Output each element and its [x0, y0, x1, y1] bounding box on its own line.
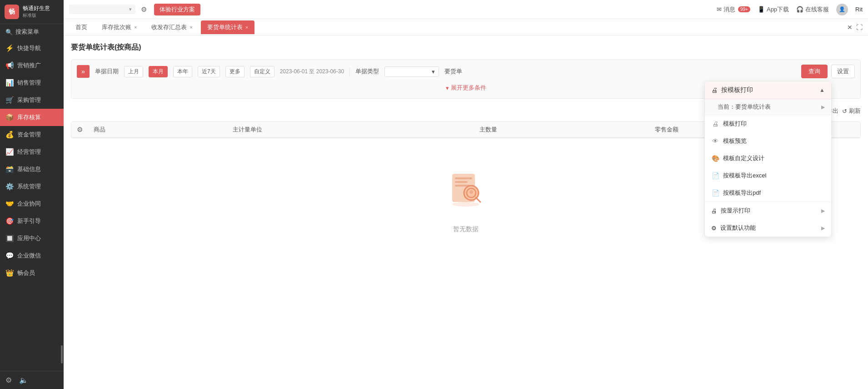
online-service-item[interactable]: 🎧 在线客服 [796, 5, 829, 14]
print-dropdown-item-template-print[interactable]: 🖨 模板打印 [705, 115, 831, 132]
tabs-right-controls: ✕ ⛶ [847, 24, 863, 31]
tab-receipt-summary-close[interactable]: × [190, 25, 192, 30]
sidebar-item-member[interactable]: 👑 畅会员 [0, 264, 64, 282]
print-dropdown-sub-display[interactable]: 🖨 按显示打印 ▶ [705, 202, 831, 219]
topbar-search-wrap[interactable]: ▾ [69, 5, 135, 14]
filter-row: » 单据日期 上月 本月 本年 近7天 更多 自定义 2023-06-01 至 … [77, 65, 855, 78]
sidebar-item-quick-nav[interactable]: ⚡ 快捷导航 [0, 40, 64, 57]
print-dropdown-item-template-design[interactable]: 🎨 模板自定义设计 [705, 150, 831, 167]
inventory-icon: 📦 [5, 113, 14, 121]
sidebar: 畅 畅通好生意 标准版 🔍 搜索菜单 ⚡ 快捷导航 📢 营销推广 📊 销售管理 … [0, 0, 64, 389]
close-window-icon[interactable]: ✕ [847, 24, 853, 31]
sidebar-item-wechat[interactable]: 💬 企业微信 [0, 247, 64, 264]
tab-batch-account-close[interactable]: × [134, 25, 137, 30]
template-excel-icon: 📄 [711, 172, 719, 179]
tab-batch-account[interactable]: 库存批次账 × [95, 20, 143, 34]
sidebar-item-system[interactable]: ⚙️ 系统管理 [0, 178, 64, 195]
topbar-gear-icon[interactable]: ⚙ [141, 5, 147, 14]
topbar-search-input[interactable] [73, 6, 127, 13]
sidebar-nav: ⚡ 快捷导航 📢 营销推广 📊 销售管理 🛒 采购管理 📦 库存核算 💰 资金管… [0, 40, 64, 344]
sidebar-item-guide[interactable]: 🎯 新手引导 [0, 212, 64, 230]
sidebar-search[interactable]: 🔍 搜索菜单 [0, 24, 64, 40]
empty-icon [443, 166, 489, 220]
date-btn-this-month[interactable]: 本月 [149, 66, 168, 77]
print-dropdown-item-template-pdf[interactable]: 📄 按模板导出pdf [705, 184, 831, 202]
page-title: 要货单统计表(按商品) [71, 43, 861, 52]
sidebar-item-finance[interactable]: 💰 资金管理 [0, 126, 64, 143]
date-btn-prev-month[interactable]: 上月 [124, 66, 143, 77]
print-dropdown-header[interactable]: 🖨 按模板打印 ▲ [705, 81, 831, 99]
tab-order-stats-close[interactable]: × [245, 25, 248, 30]
sidebar-item-sales[interactable]: 📊 销售管理 [0, 74, 64, 91]
main-area: ▾ ⚙ 体验行业方案 ✉ 消息 99+ 📱 App下载 🎧 在线客服 👤 Rit… [64, 0, 868, 389]
settings-footer-icon[interactable]: ⚙ [5, 376, 12, 384]
print-dropdown: 🖨 按模板打印 ▲ 当前：要货单统计表 ▶ 🖨 模板打印 👁 模板预览 🎨 模板… [704, 81, 832, 237]
print-dropdown-collapse-icon[interactable]: ▲ [819, 87, 825, 93]
table-settings-icon[interactable]: ⚙ [77, 126, 83, 133]
settings-button[interactable]: 设置 [831, 65, 855, 78]
expand-window-icon[interactable]: ⛶ [856, 24, 863, 31]
sidebar-item-collab[interactable]: 🤝 企业协同 [0, 195, 64, 212]
select-dropdown-icon: ▾ [432, 68, 435, 75]
app-download-icon: 📱 [758, 6, 765, 13]
purchase-icon: 🛒 [5, 96, 14, 104]
print-dropdown-current[interactable]: 当前：要货单统计表 ▶ [705, 99, 831, 115]
date-btn-7days[interactable]: 近7天 [198, 66, 220, 77]
print-dropdown-sub-default[interactable]: ⚙ 设置默认功能 ▶ [705, 219, 831, 237]
display-print-icon: 🖨 [711, 207, 717, 214]
messages-item[interactable]: ✉ 消息 99+ [717, 5, 750, 14]
type-filter-label: 单据类型 [355, 67, 379, 76]
tab-receipt-summary[interactable]: 收发存汇总表 × [145, 20, 199, 34]
apps-icon: 🔲 [5, 234, 14, 242]
date-range-display: 2023-06-01 至 2023-06-30 [280, 68, 344, 76]
content-area: 要货单统计表(按商品) » 单据日期 上月 本月 本年 近7天 更多 自定义 2… [64, 35, 868, 389]
sidebar-item-marketing[interactable]: 📢 营销推广 [0, 57, 64, 74]
tab-order-stats[interactable]: 要货单统计表 × [201, 20, 254, 34]
app-download-item[interactable]: 📱 App下载 [758, 5, 789, 14]
member-icon: 👑 [5, 269, 14, 277]
topbar: ▾ ⚙ 体验行业方案 ✉ 消息 99+ 📱 App下载 🎧 在线客服 👤 Rit [64, 0, 868, 19]
marketing-icon: 📢 [5, 61, 14, 70]
search-icon: 🔍 [5, 29, 13, 35]
date-btn-custom[interactable]: 自定义 [250, 66, 274, 77]
print-dropdown-item-template-preview[interactable]: 👁 模板预览 [705, 132, 831, 150]
cargo-filter-label: 要货单 [444, 67, 462, 76]
filter-expand-icon[interactable]: » [77, 65, 90, 78]
table-settings-th[interactable]: ⚙ [71, 122, 88, 138]
topbar-dropdown-icon[interactable]: ▾ [129, 6, 132, 12]
refresh-btn[interactable]: ↺ 刷新 [842, 107, 861, 115]
svg-rect-2 [455, 177, 472, 179]
user-name: Rit [855, 6, 863, 13]
sound-footer-icon[interactable]: 🔈 [19, 376, 28, 384]
col-qty: 主数量 [474, 122, 649, 138]
expand-more-btn[interactable]: ▾ 展开更多条件 [440, 82, 492, 94]
tab-home[interactable]: 首页 [69, 20, 94, 34]
guide-icon: 🎯 [5, 217, 14, 225]
sidebar-item-operation[interactable]: 📈 经营管理 [0, 143, 64, 161]
query-button[interactable]: 查询 [801, 65, 828, 78]
sidebar-footer: ⚙ 🔈 [0, 371, 64, 389]
template-pdf-icon: 📄 [711, 189, 719, 197]
service-icon: 🎧 [796, 6, 803, 13]
date-btn-this-year[interactable]: 本年 [173, 66, 192, 77]
template-design-icon: 🎨 [711, 155, 719, 162]
trial-btn[interactable]: 体验行业方案 [154, 4, 200, 15]
sidebar-item-apps[interactable]: 🔲 应用中心 [0, 230, 64, 247]
sidebar-logo: 畅 畅通好生意 标准版 [0, 0, 64, 24]
filter-divider [349, 67, 350, 76]
print-dropdown-item-template-excel[interactable]: 📄 按模板导出excel [705, 167, 831, 184]
sidebar-item-inventory[interactable]: 📦 库存核算 [0, 109, 64, 126]
date-btn-more[interactable]: 更多 [225, 66, 244, 77]
current-chevron-icon: ▶ [821, 104, 825, 110]
expand-icon: ▾ [446, 85, 449, 91]
sales-icon: 📊 [5, 79, 14, 87]
display-print-left: 🖨 按显示打印 [711, 207, 750, 215]
sidebar-item-basic[interactable]: 🗃️ 基础信息 [0, 161, 64, 178]
default-setting-arrow: ▶ [821, 225, 825, 231]
user-avatar[interactable]: 👤 [836, 4, 848, 15]
topbar-right: ✉ 消息 99+ 📱 App下载 🎧 在线客服 👤 Rit [717, 4, 863, 15]
template-print-icon: 🖨 [711, 120, 719, 127]
type-filter-select[interactable]: ▾ [384, 66, 439, 77]
default-setting-left: ⚙ 设置默认功能 [711, 224, 756, 232]
sidebar-item-purchase[interactable]: 🛒 采购管理 [0, 91, 64, 109]
